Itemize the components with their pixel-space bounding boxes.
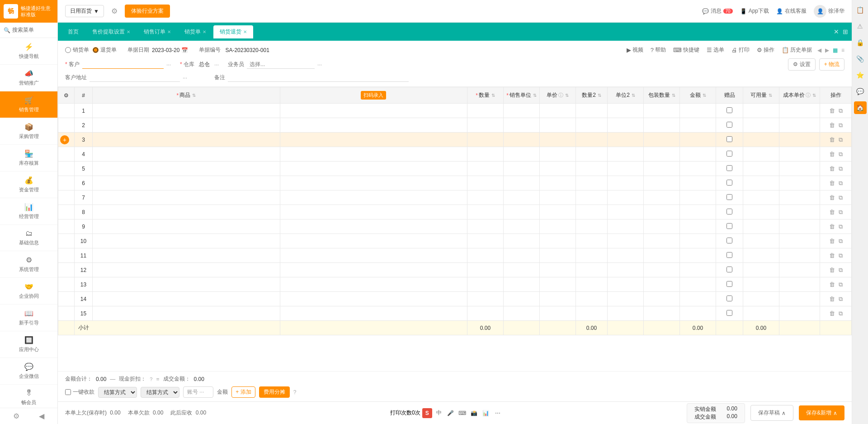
online-service-item[interactable]: 👤 在线客服 xyxy=(776,7,807,15)
th-unit2[interactable]: 单位2⇅ xyxy=(608,87,644,104)
rp-chat-icon[interactable]: 💬 xyxy=(854,85,867,98)
row-unit-3[interactable] xyxy=(504,133,540,147)
code-icon[interactable]: ⌨ xyxy=(458,408,467,418)
toolbar-video[interactable]: ▶ 视频 xyxy=(625,45,645,55)
toolbar-help[interactable]: ? 帮助 xyxy=(649,45,668,55)
th-price[interactable]: 单价ⓘ⇅ xyxy=(540,87,576,104)
customer-select-icon[interactable]: ··· xyxy=(166,62,171,68)
copy-row-6[interactable]: ⧉ xyxy=(838,179,844,188)
row-pack-2[interactable] xyxy=(644,118,680,133)
th-unit[interactable]: *销售单位⇅ xyxy=(504,87,540,104)
row-goods-1[interactable] xyxy=(93,104,280,118)
sidebar-item-enterprise[interactable]: 🤝 企业协同 xyxy=(0,278,57,305)
add-button[interactable]: + 添加 xyxy=(231,386,255,398)
sidebar-item-basics[interactable]: 🗂 基础信息 xyxy=(0,225,57,251)
row-qty2-3[interactable] xyxy=(576,133,608,147)
cash-discount-help-icon[interactable]: ? xyxy=(150,376,152,382)
copy-row-11[interactable]: ⧉ xyxy=(838,251,844,260)
row-amount-2[interactable] xyxy=(680,118,716,133)
row-gift-2[interactable] xyxy=(716,118,743,133)
rp-lock-icon[interactable]: 🔒 xyxy=(854,36,867,49)
app-download-item[interactable]: 📱 App下载 xyxy=(740,7,769,15)
row-qty-3[interactable] xyxy=(467,133,504,147)
row-cost-1[interactable] xyxy=(779,104,820,118)
copy-row-10[interactable]: ⧉ xyxy=(838,237,844,246)
th-goods[interactable]: *商品⇅ xyxy=(93,87,280,104)
tab-sale-return[interactable]: 销货退货 ✕ xyxy=(213,25,253,38)
grid-view-icon[interactable]: ▦ xyxy=(833,47,838,53)
sidebar-item-wechat[interactable]: 💬 企业微信 xyxy=(0,358,57,385)
sidebar-item-guide[interactable]: 📖 新手引导 xyxy=(0,305,57,331)
th-cost[interactable]: 成本单价ⓘ⇅ xyxy=(779,87,820,104)
row-unit-1[interactable] xyxy=(504,104,540,118)
add-row-button[interactable]: + xyxy=(60,135,69,144)
delete-row-8[interactable]: 🗑 xyxy=(828,208,836,217)
sidebar-item-purchase[interactable]: 📦 采购管理 xyxy=(0,118,57,145)
row-qty-2[interactable] xyxy=(467,118,504,133)
calc-method-select[interactable]: 结算方式 xyxy=(141,387,179,398)
row-goods-2[interactable] xyxy=(93,118,280,133)
user-item[interactable]: 👤 徐泽华 xyxy=(814,5,844,18)
rp-active-icon[interactable]: 🏠 xyxy=(854,101,867,114)
th-pack[interactable]: 包装数量⇅ xyxy=(644,87,680,104)
sidebar-item-system[interactable]: ⚙ 系统管理 xyxy=(0,251,57,278)
delete-row-11[interactable]: 🗑 xyxy=(828,251,836,260)
account-no-input[interactable]: 账号 ··· xyxy=(183,386,213,398)
row-price-1[interactable] xyxy=(540,104,576,118)
message-item[interactable]: 💬 消息 70 xyxy=(702,7,733,15)
row-qty2-2[interactable] xyxy=(576,118,608,133)
sidebar-collapse-icon[interactable]: ◀ xyxy=(39,412,44,420)
copy-row-5[interactable]: ⧉ xyxy=(838,164,844,173)
row-amount-1[interactable] xyxy=(680,104,716,118)
customer-input[interactable] xyxy=(82,60,164,69)
th-qty2[interactable]: 数量2⇅ xyxy=(576,87,608,104)
add-shipping-button[interactable]: + 物流 xyxy=(819,58,844,71)
tab-sale-order-close[interactable]: ✕ xyxy=(167,29,171,34)
delete-row-4[interactable]: 🗑 xyxy=(828,150,836,159)
row-unit2-3[interactable] xyxy=(608,133,644,147)
copy-row-7[interactable]: ⧉ xyxy=(838,193,844,202)
salesperson-input[interactable] xyxy=(247,60,315,69)
delete-row-7[interactable]: 🗑 xyxy=(828,193,836,202)
row-price-2[interactable] xyxy=(540,118,576,133)
delete-row-12[interactable]: 🗑 xyxy=(828,266,836,275)
row-unit2-1[interactable] xyxy=(608,104,644,118)
row-pack-1[interactable] xyxy=(644,104,680,118)
copy-row-15[interactable]: ⧉ xyxy=(838,309,844,318)
more-icon[interactable]: ⋯ xyxy=(493,408,503,418)
remark-input[interactable] xyxy=(228,73,409,82)
row-avail-1[interactable] xyxy=(743,104,779,118)
topbar-gear-icon[interactable]: ⚙ xyxy=(109,5,119,17)
rp-star-icon[interactable]: ⭐ xyxy=(854,69,867,81)
toolbar-print[interactable]: 🖨 打印 xyxy=(730,45,751,55)
th-avail[interactable]: 可用量⇅ xyxy=(743,87,779,104)
photo-icon[interactable]: 📸 xyxy=(469,408,479,418)
s-icon[interactable]: S xyxy=(422,408,432,418)
row-pack-3[interactable] xyxy=(644,133,680,147)
tab-sale-price[interactable]: 售价提取设置 ✕ xyxy=(86,25,137,38)
toolbar-select[interactable]: ☰ 选单 xyxy=(705,45,726,55)
delete-row-9[interactable]: 🗑 xyxy=(828,222,836,231)
rp-warning-icon[interactable]: ⚠ xyxy=(854,20,867,33)
row-qty2-1[interactable] xyxy=(576,104,608,118)
nav-prev-icon[interactable]: ◀ xyxy=(817,47,821,53)
sidebar-item-sales[interactable]: 🛒 销售管理 xyxy=(0,91,57,118)
delete-row-14[interactable]: 🗑 xyxy=(828,295,836,304)
radio-sale-out[interactable]: 销货单 xyxy=(65,46,89,54)
rp-notes-icon[interactable]: 📋 xyxy=(854,4,867,16)
tab-home[interactable]: 首页 xyxy=(61,25,85,38)
one-key-collect-checkbox[interactable] xyxy=(65,389,71,395)
salesperson-select-icon[interactable]: ··· xyxy=(317,62,322,68)
tab-close-icon[interactable]: ✕ xyxy=(834,28,839,35)
fee-help-icon[interactable]: ? xyxy=(293,389,297,395)
row-avail-3[interactable] xyxy=(743,133,779,147)
settle-method-select[interactable]: 结算方式 xyxy=(98,387,137,398)
one-key-collect-label[interactable]: 一键收款 xyxy=(65,388,94,396)
sidebar-search[interactable]: 🔍 搜索菜单 xyxy=(0,23,57,38)
tab-expand-icon[interactable]: ⊞ xyxy=(843,28,848,35)
address-select-icon[interactable]: ··· xyxy=(183,75,187,81)
set-button[interactable]: ⚙ 设置 xyxy=(788,58,815,71)
toolbar-operation[interactable]: ⚙ 操作 xyxy=(755,45,776,55)
sidebar-item-inventory[interactable]: 🏪 库存核算 xyxy=(0,145,57,172)
delete-row-5[interactable]: 🗑 xyxy=(828,164,836,173)
